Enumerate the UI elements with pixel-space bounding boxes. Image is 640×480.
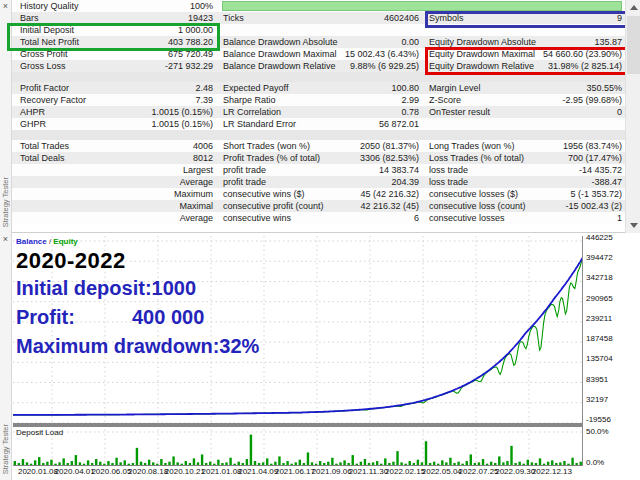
table-row: History Quality100% — [12, 0, 625, 12]
table-row: Total Deals8012Profit Trades (% of total… — [12, 152, 625, 164]
stat-label: Total Deals — [12, 153, 65, 163]
stat-value: -388.47 — [591, 177, 625, 187]
stat-cell: Balance Drawdown Absolute0.00 — [218, 36, 424, 48]
stat-cell: Short Trades (won %)2050 (81.37%) — [218, 140, 424, 152]
close-icon[interactable]: × — [3, 1, 8, 11]
stat-label: Initial Deposit — [12, 25, 74, 35]
stat-cell: LR Standard Error56 872.01 — [218, 118, 424, 130]
scroll-up-button[interactable] — [626, 0, 640, 15]
stat-value: 100.80 — [391, 83, 424, 93]
table-row: Total Net Profit403 788.20Balance Drawdo… — [12, 36, 625, 48]
stat-label: Symbols — [424, 13, 464, 23]
stat-cell: Loss Trades (% of total)700 (17.47%) — [424, 152, 625, 164]
stat-cell — [424, 118, 625, 130]
stat-value: 1 000.00 — [178, 25, 218, 35]
table-row: Bars19423Ticks4602406Symbols9 — [12, 12, 625, 24]
table-row: AHPR1.0015 (0.15%)LR Correlation0.78OnTe… — [12, 106, 625, 118]
stat-label: loss trade — [424, 177, 468, 187]
annotation-line: Profit:400 000 — [16, 303, 259, 332]
stat-cell: Recovery Factor7.39 — [12, 94, 218, 106]
stat-cell: Balance Drawdown Relative9.88% (6 929.25… — [218, 60, 424, 72]
stat-label: consecutive wins ($) — [218, 189, 305, 199]
stat-cell: Gross Loss-271 932.29 — [12, 60, 218, 72]
y-axis-tick: 135704 — [586, 354, 634, 364]
stat-label: profit trade — [218, 177, 266, 187]
stat-value: 31.98% (2 825.14) — [548, 61, 625, 71]
close-icon[interactable]: × — [3, 234, 8, 244]
scroll-down-button[interactable] — [626, 218, 640, 233]
stat-value: 403 788.20 — [168, 37, 218, 47]
stat-label: Bars — [12, 13, 39, 23]
stat-value: 100% — [190, 1, 218, 11]
stat-cell: OnTester result0 — [424, 106, 625, 118]
y-axis-tick: 239211 — [586, 314, 634, 324]
stat-value: 700 (17.47%) — [568, 153, 625, 163]
stat-label: Long Trades (won %) — [424, 141, 515, 151]
stat-value: 7.39 — [195, 95, 218, 105]
stat-cell: AHPR1.0015 (0.15%) — [12, 106, 218, 118]
stat-value: 9 — [617, 13, 625, 23]
table-row: Largestprofit trade14 383.74loss trade-1… — [12, 164, 625, 176]
annotation-line: Maximum drawdown:32% — [16, 332, 259, 361]
stat-label: Balance Drawdown Maximal — [218, 49, 337, 59]
stat-label: consecutive loss (count) — [424, 201, 526, 211]
chart-legend: Balance / Equity — [16, 237, 78, 246]
stat-label: Profit Trades (% of total) — [218, 153, 320, 163]
stat-value: 9.88% (6 929.25) — [350, 61, 424, 71]
stat-value: 0.78 — [401, 107, 424, 117]
stat-label: Z-Score — [424, 95, 461, 105]
y-axis-tick: -19556 — [586, 415, 634, 425]
stat-label: Recovery Factor — [12, 95, 86, 105]
stat-cell: profit trade14 383.74 — [218, 164, 424, 176]
stat-cell: Maximal — [12, 200, 218, 212]
vertical-tab-results[interactable]: × Strategy Tester — [0, 0, 12, 233]
balance-chart-pane: Balance / Equity 2020-2022 Initial depos… — [12, 234, 640, 480]
table-row: Averageconsecutive wins6consecutive loss… — [12, 212, 625, 224]
table-row: Averageprofit trade204.39loss trade-388.… — [12, 176, 625, 188]
vertical-tab-graph[interactable]: × Strategy Tester — [0, 233, 12, 480]
table-row: Gross Loss-271 932.29Balance Drawdown Re… — [12, 60, 625, 72]
stat-value: 6 — [414, 213, 424, 223]
stat-cell: Initial Deposit1 000.00 — [12, 24, 218, 36]
stat-value: 1956 (83.74%) — [563, 141, 625, 151]
stat-cell: consecutive wins ($)45 (42 216.32) — [218, 188, 424, 200]
stat-cell: GHPR1.0015 (0.15%) — [12, 118, 218, 130]
scrollbar-thumb[interactable] — [627, 16, 640, 74]
stat-cell: Margin Level350.55% — [424, 82, 625, 94]
stat-label: Gross Profit — [12, 49, 68, 59]
stat-cell: LR Correlation0.78 — [218, 106, 424, 118]
stat-value: 14 383.74 — [379, 165, 424, 175]
stat-value: 19423 — [188, 13, 218, 23]
deposit-load-label: Deposit Load — [16, 428, 63, 437]
stat-value: 204.39 — [391, 177, 424, 187]
annotation-title: 2020-2022 — [16, 248, 259, 274]
stat-cell: Total Deals8012 — [12, 152, 218, 164]
stat-value: 675 720.49 — [168, 49, 218, 59]
stat-cell: consecutive losses1 — [424, 212, 625, 224]
table-row: Initial Deposit1 000.00 — [12, 24, 625, 36]
x-axis-tick: 2022.12.13 — [522, 467, 582, 477]
stat-value: 5 (-1 353.72) — [570, 189, 625, 199]
arrow-up-icon — [630, 5, 638, 10]
stat-cell: Profit Trades (% of total)3306 (82.53%) — [218, 152, 424, 164]
stat-value: 15 002.43 (6.43%) — [345, 49, 424, 59]
y-axis-tick: 394472 — [586, 253, 634, 263]
stat-value: 2050 (81.37%) — [360, 141, 424, 151]
stat-value: 3306 (82.53%) — [360, 153, 424, 163]
stat-label: LR Standard Error — [218, 119, 296, 129]
stat-cell: Ticks4602406 — [218, 12, 424, 24]
stat-label: GHPR — [12, 119, 46, 129]
stat-label: Margin Level — [424, 83, 481, 93]
table-row: Maximalconsecutive profit (count)42 216.… — [12, 200, 625, 212]
stat-label: Short Trades (won %) — [218, 141, 310, 151]
stat-value: -14 435.72 — [579, 165, 625, 175]
stat-cell: Bars19423 — [12, 12, 218, 24]
table-scrollbar[interactable] — [625, 0, 640, 233]
stat-label: Balance Drawdown Relative — [218, 61, 336, 71]
stat-value: 4602406 — [384, 13, 424, 23]
stat-label: Equity Drawdown Absolute — [424, 37, 536, 47]
y-axis-tick: 83951 — [586, 375, 634, 385]
stat-cell: consecutive wins6 — [218, 212, 424, 224]
stat-cell: Total Net Profit403 788.20 — [12, 36, 218, 48]
stat-cell: loss trade-14 435.72 — [424, 164, 625, 176]
